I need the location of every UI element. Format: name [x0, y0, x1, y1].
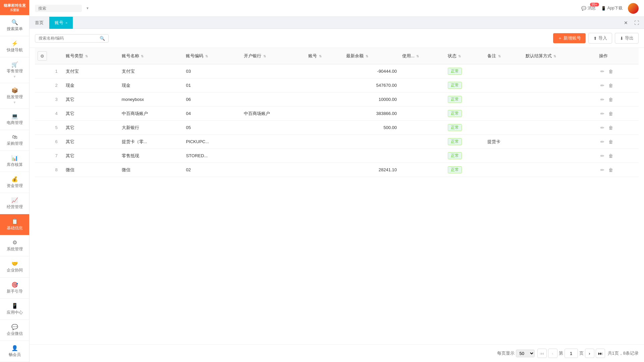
th-balance[interactable]: 最新余额 ⇅: [343, 48, 399, 64]
window-maximize-button[interactable]: ⛶: [632, 18, 641, 27]
tab-home[interactable]: 首页: [30, 17, 49, 29]
edit-button[interactable]: ✏: [599, 110, 606, 117]
system-icon: ⚙: [3, 239, 26, 246]
td-default-payment: [523, 78, 597, 93]
sidebar-item-system[interactable]: ⚙ 系统管理: [0, 235, 29, 256]
td-account: [306, 163, 344, 177]
sidebar-item-guide[interactable]: 🎯 新手引导: [0, 278, 29, 299]
window-close-button[interactable]: ✕: [621, 18, 631, 27]
sidebar-item-wholesale-manage[interactable]: 📦 批发管理 ▼: [0, 83, 29, 109]
td-action: ✏ 🗑: [596, 121, 639, 135]
th-default-payment[interactable]: 默认结算方式 ⇅: [523, 48, 597, 64]
tab-account[interactable]: 账号 ×: [49, 17, 73, 29]
next-page-button[interactable]: ›: [585, 349, 594, 358]
top-search-input[interactable]: [38, 6, 72, 11]
td-bank: [241, 78, 306, 93]
sidebar-item-inventory[interactable]: 📊 库存核算: [0, 151, 29, 172]
tab-close-icon[interactable]: ×: [65, 21, 67, 25]
sidebar-item-enterprise[interactable]: 🤝 企业协同: [0, 256, 29, 278]
page-number-input[interactable]: 1: [565, 349, 578, 358]
td-balance: [343, 135, 399, 149]
th-name[interactable]: 账号名称 ⇅: [119, 48, 183, 64]
ecommerce-icon: 💻: [3, 113, 26, 119]
add-account-button[interactable]: ＋ 新增账号: [553, 33, 586, 43]
search-box[interactable]: 🔍: [35, 34, 109, 43]
basic-info-icon: 📋: [3, 218, 26, 225]
import-icon: ⬆: [593, 36, 597, 41]
sidebar-item-basic-info[interactable]: 📋 基础信息: [0, 214, 29, 235]
delete-button[interactable]: 🗑: [607, 138, 614, 145]
td-code: 02: [183, 163, 241, 177]
td-account: [306, 78, 344, 93]
sidebar-item-retail-manage[interactable]: 🛒 零售管理 ▼: [0, 57, 29, 83]
td-usage: [399, 149, 445, 163]
enterprise-icon: 🤝: [3, 260, 26, 267]
sidebar-item-search-menu[interactable]: 🔍 搜索菜单: [0, 15, 29, 36]
delete-button[interactable]: 🗑: [607, 82, 614, 89]
edit-button[interactable]: ✏: [599, 68, 606, 75]
sidebar-item-member[interactable]: 👤 畅会员: [0, 341, 29, 362]
edit-button[interactable]: ✏: [599, 167, 606, 173]
td-type: 其它: [63, 93, 119, 107]
sidebar-item-label: 库存核算: [3, 162, 26, 168]
td-type: 其它: [63, 149, 119, 163]
sidebar-item-operation[interactable]: 📈 经营管理: [0, 193, 29, 214]
sidebar-item-finance[interactable]: 💰 资金管理: [0, 172, 29, 193]
edit-button[interactable]: ✏: [599, 153, 606, 159]
delete-button[interactable]: 🗑: [607, 68, 614, 75]
td-balance: 547670.00: [343, 78, 399, 93]
status-badge: 正常: [448, 82, 462, 89]
search-icon[interactable]: 🔍: [100, 36, 105, 41]
edit-button[interactable]: ✏: [599, 96, 606, 103]
app-download-button[interactable]: 📱 App下载: [601, 5, 623, 11]
delete-button[interactable]: 🗑: [607, 124, 614, 131]
export-button[interactable]: ⬇ 导出: [615, 33, 639, 44]
prev-page-button[interactable]: ‹: [548, 349, 557, 358]
td-account: [306, 121, 344, 135]
td-remark: 提货卡: [485, 135, 523, 149]
content-area: 🔍 ＋ 新增账号 ⬆ 导入 ⬇ 导出: [30, 29, 644, 362]
th-usage[interactable]: 使用... ⇅: [399, 48, 445, 64]
th-status[interactable]: 状态 ⇅: [445, 48, 485, 64]
td-bank: [241, 149, 306, 163]
page-size-selector[interactable]: 每页显示 50 100: [497, 350, 535, 357]
sidebar-item-app-center[interactable]: 📱 应用中心: [0, 299, 29, 320]
edit-button[interactable]: ✏: [599, 82, 606, 89]
messages-button[interactable]: 💬 消息 99+: [581, 5, 596, 11]
sidebar-item-quick-nav[interactable]: ⚡ 快捷导航: [0, 36, 29, 57]
th-remark[interactable]: 备注 ⇅: [485, 48, 523, 64]
finance-icon: 💰: [3, 176, 26, 182]
last-page-button[interactable]: ⏭: [596, 349, 605, 358]
sidebar-item-wechat[interactable]: 💬 企业微信: [0, 320, 29, 341]
th-type[interactable]: 账号类型 ⇅: [63, 48, 119, 64]
td-index: 8: [50, 163, 63, 177]
delete-button[interactable]: 🗑: [607, 96, 614, 103]
th-bank[interactable]: 开户银行 ⇅: [241, 48, 306, 64]
delete-button[interactable]: 🗑: [607, 167, 614, 173]
user-avatar[interactable]: [628, 3, 639, 14]
dropdown-arrow-icon[interactable]: ▼: [86, 6, 89, 10]
top-search-box[interactable]: [35, 5, 82, 12]
sidebar-item-ecommerce[interactable]: 💻 电商管理: [0, 109, 29, 130]
td-index: 7: [50, 149, 63, 163]
first-page-button[interactable]: ⏮: [537, 349, 547, 358]
import-label: 导入: [598, 35, 607, 41]
td-action: ✏ 🗑: [596, 64, 639, 78]
delete-button[interactable]: 🗑: [607, 110, 614, 117]
app-center-icon: 📱: [3, 303, 26, 309]
th-code[interactable]: 账号编码 ⇅: [183, 48, 241, 64]
status-badge: 正常: [448, 68, 462, 75]
sidebar-item-purchase[interactable]: 🛍 采购管理: [0, 130, 29, 151]
td-type: 微信: [63, 163, 119, 177]
td-name: 支付宝: [119, 64, 183, 78]
td-status: 正常: [445, 149, 485, 163]
main-area: ▼ 💬 消息 99+ 📱 App下载 首页 账号 × ✕: [30, 0, 644, 362]
th-account[interactable]: 账号 ⇅: [306, 48, 344, 64]
edit-button[interactable]: ✏: [599, 138, 606, 145]
import-button[interactable]: ⬆ 导入: [588, 33, 612, 44]
delete-button[interactable]: 🗑: [607, 153, 614, 159]
column-settings-button[interactable]: ⚙: [38, 51, 47, 61]
edit-button[interactable]: ✏: [599, 124, 606, 131]
page-size-select[interactable]: 50 100: [516, 350, 535, 357]
search-input[interactable]: [39, 36, 100, 41]
